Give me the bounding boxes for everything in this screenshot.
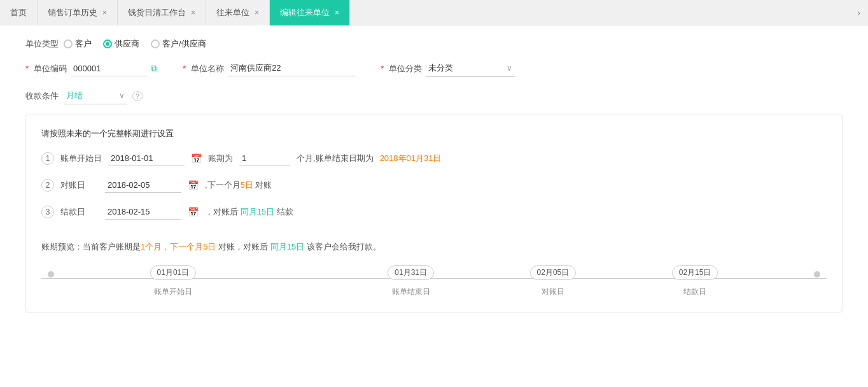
step-1-highlight-date: 2018年01月31日 (380, 153, 442, 164)
timeline-left-dot (48, 271, 54, 278)
payment-cond-value: 月结 (66, 90, 83, 101)
unit-info-row: * 单位编码 ⧉ * 单位名称 * 单位分类 未分类 ∨ (25, 60, 843, 77)
preview-text: 账期预览：当前客户账期是1个月，下一个月5日 对账，对账后 同月15日 该客户会… (41, 241, 827, 253)
step-2-date-input[interactable] (105, 178, 181, 193)
step-2-label: 对账日 (60, 179, 99, 191)
preview-reconcile-suffix: 对账，对账后 (216, 242, 268, 251)
unit-name-star: * (183, 64, 186, 73)
tabs-bar: 首页 销售订单历史 × 钱货日清工作台 × 往来单位 × 编辑往来单位 × › (0, 0, 868, 25)
payment-cond-label: 收款条件 (25, 90, 59, 102)
timeline-node-4-sublabel: 结款日 (683, 286, 706, 297)
unit-class-value: 未分类 (428, 62, 453, 74)
radio-supplier[interactable]: 供应商 (103, 38, 139, 50)
tab-partners-label: 往来单位 (216, 7, 249, 18)
unit-type-radio-group: 客户 供应商 客户/供应商 (64, 38, 206, 50)
step-3-num: 3 (41, 206, 54, 218)
tab-home-label: 首页 (10, 7, 27, 18)
unit-code-label: 单位编码 (34, 63, 67, 74)
step-2-desc: ,下一个月5日 对账 (205, 179, 272, 191)
radio-both-label: 客户/供应商 (162, 38, 206, 50)
tab-sales-history-close[interactable]: × (102, 8, 107, 17)
payment-box-title: 请按照未来的一个完整帐期进行设置 (41, 128, 827, 139)
tabs-scroll-right[interactable]: › (850, 8, 868, 18)
step-1-num: 1 (41, 152, 54, 165)
payment-settings-box: 请按照未来的一个完整帐期进行设置 1 账单开始日 📅 账期为 个月,账单结束日期… (25, 115, 843, 313)
step-3-row: 3 结款日 📅 ，对账后 同月15日 结款 (41, 204, 827, 220)
unit-type-row: 单位类型 客户 供应商 客户/供应商 (25, 38, 843, 50)
step-1-desc-suffix: 个月,账单结束日期为 (297, 153, 374, 164)
timeline-node-3-sublabel: 对账日 (542, 286, 564, 297)
tab-partners[interactable]: 往来单位 × (206, 0, 270, 25)
unit-class-label: 单位分类 (389, 63, 422, 74)
timeline-node-1-sublabel: 账单开始日 (154, 286, 192, 297)
preview-label: 账期预览：当前客户账期是 (41, 242, 141, 251)
step-1-desc-prefix: 账期为 (208, 153, 233, 164)
tab-edit-partner-close[interactable]: × (335, 8, 339, 17)
step-3-label: 结款日 (60, 206, 99, 218)
timeline-nodes: 01月01日 账单开始日 01月31日 账单结束日 02月05日 对账日 (48, 265, 820, 299)
timeline-node-1: 01月01日 账单开始日 (150, 265, 197, 297)
timeline-right-dot (814, 271, 820, 278)
preview-section: 账期预览：当前客户账期是1个月，下一个月5日 对账，对账后 同月15日 该客户会… (41, 231, 827, 299)
step-2-row: 2 对账日 📅 ,下一个月5日 对账 (41, 178, 827, 193)
tab-edit-partner-label: 编辑往来单位 (280, 7, 330, 18)
unit-name-group: * 单位名称 (183, 61, 355, 76)
step-3-date-input[interactable] (105, 204, 181, 220)
payment-cond-chevron-icon: ∨ (119, 91, 125, 100)
timeline-node-3-badge: 02月05日 (530, 265, 577, 280)
tab-cash-work-close[interactable]: × (191, 8, 195, 17)
timeline-node-2: 01月31日 账单结束日 (388, 265, 434, 297)
timeline-node-1-badge: 01月01日 (150, 265, 197, 280)
unit-code-star: * (25, 64, 29, 73)
timeline-container: 01月01日 账单开始日 01月31日 账单结束日 02月05日 对账日 (41, 265, 827, 299)
unit-class-chevron-icon: ∨ (507, 64, 512, 73)
tab-partners-close[interactable]: × (255, 8, 259, 17)
tab-home[interactable]: 首页 (0, 0, 38, 25)
radio-customer-label: 客户 (75, 38, 92, 50)
step-1-calendar-icon[interactable]: 📅 (191, 153, 202, 164)
page-content: 单位类型 客户 供应商 客户/供应商 * 单位编码 ⧉ * 单位名称 (0, 25, 868, 387)
tab-edit-partner[interactable]: 编辑往来单位 × (270, 0, 350, 25)
radio-customer-circle (64, 39, 73, 48)
step-3-calendar-icon[interactable]: 📅 (188, 207, 199, 217)
radio-customer[interactable]: 客户 (64, 38, 92, 50)
preview-pay: 同月15日 (270, 242, 304, 251)
timeline-node-4: 02月15日 结款日 (672, 265, 718, 297)
timeline-node-2-badge: 01月31日 (388, 265, 434, 280)
step-1-row: 1 账单开始日 📅 账期为 个月,账单结束日期为 2018年01月31日 (41, 151, 827, 166)
help-icon[interactable]: ? (132, 91, 143, 101)
step-1-period-input[interactable] (239, 151, 290, 166)
unit-class-star: * (381, 64, 384, 73)
timeline-node-3: 02月05日 对账日 (530, 265, 577, 297)
timeline-node-2-sublabel: 账单结束日 (392, 286, 430, 297)
radio-both[interactable]: 客户/供应商 (151, 38, 206, 50)
unit-type-label: 单位类型 (25, 38, 59, 50)
timeline-left-end (48, 265, 54, 299)
step-1-label: 账单开始日 (60, 153, 102, 164)
step-2-num: 2 (41, 179, 54, 192)
tab-sales-history-label: 销售订单历史 (48, 7, 97, 18)
unit-class-select[interactable]: 未分类 ∨ (426, 60, 515, 77)
unit-code-group: * 单位编码 ⧉ (25, 61, 157, 76)
preview-period: 1个月， (141, 242, 170, 251)
radio-supplier-circle (103, 39, 112, 48)
payment-cond-row: 收款条件 月结 ∨ ? (25, 87, 843, 104)
unit-name-input[interactable] (228, 61, 355, 76)
timeline-node-4-badge: 02月15日 (672, 265, 718, 280)
timeline-right-end (814, 265, 820, 299)
preview-pay-suffix: 该客户会给我打款。 (304, 242, 381, 251)
unit-name-label: 单位名称 (191, 63, 224, 74)
copy-icon[interactable]: ⧉ (151, 63, 157, 74)
preview-reconcile: 下一个月5日 (170, 242, 216, 251)
step-2-calendar-icon[interactable]: 📅 (188, 180, 199, 190)
step-3-desc: ，对账后 同月15日 结款 (205, 206, 293, 218)
step-1-date-input[interactable] (108, 151, 185, 166)
unit-code-input[interactable] (71, 61, 147, 76)
radio-both-circle (151, 39, 160, 48)
tab-sales-history[interactable]: 销售订单历史 × (38, 0, 118, 25)
tab-cash-work[interactable]: 钱货日清工作台 × (118, 0, 206, 25)
tab-cash-work-label: 钱货日清工作台 (128, 7, 186, 18)
unit-class-group: * 单位分类 未分类 ∨ (381, 60, 515, 77)
radio-supplier-label: 供应商 (115, 38, 139, 50)
payment-cond-select[interactable]: 月结 ∨ (64, 87, 127, 104)
